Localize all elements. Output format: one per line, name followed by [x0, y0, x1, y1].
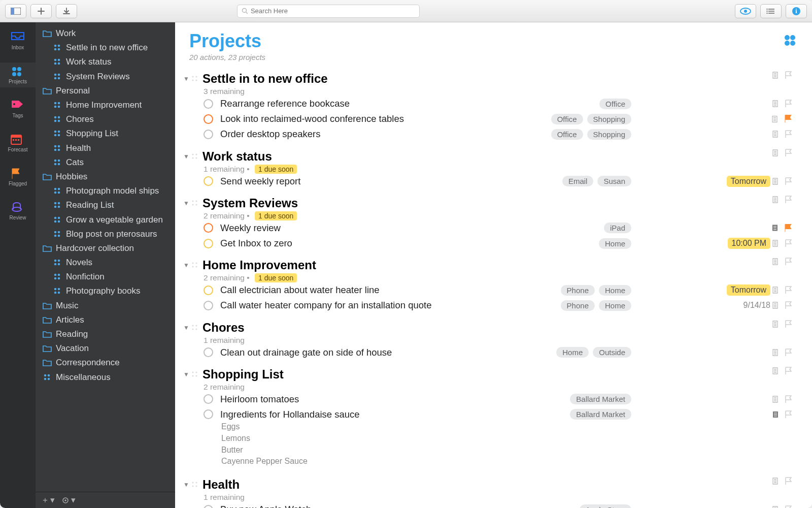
sidebar-item[interactable]: System Reviews: [36, 70, 175, 84]
drag-handle[interactable]: [191, 371, 198, 378]
status-circle[interactable]: [204, 505, 213, 508]
project-header[interactable]: ▼Work status: [183, 142, 799, 164]
disclosure-triangle[interactable]: ▼: [183, 481, 189, 488]
tag-pill[interactable]: Office: [551, 129, 583, 140]
status-circle[interactable]: [204, 394, 213, 404]
tag-pill[interactable]: Apple Store: [580, 504, 631, 508]
sidebar-gear-button[interactable]: ▾: [62, 495, 76, 505]
perspective-icon[interactable]: [783, 34, 797, 48]
task-row[interactable]: Call electrician about water heater line…: [204, 282, 799, 298]
sidebar-item[interactable]: Nonfiction: [36, 270, 175, 284]
project-header[interactable]: ▼Home Improvement: [183, 251, 799, 272]
disclosure-triangle[interactable]: ▼: [183, 153, 189, 160]
task-row[interactable]: Ingredients for Hollandaise sauceBallard…: [204, 407, 799, 422]
task-row[interactable]: Send weekly reportEmailSusanTomorrow: [204, 174, 799, 189]
sidebar-item[interactable]: Photography books: [36, 284, 175, 298]
sidebar-item[interactable]: Reading List: [36, 198, 175, 212]
sidebar-add-button[interactable]: + ▾: [43, 495, 55, 505]
task-row[interactable]: Call water heater company for an install…: [204, 298, 799, 313]
sidebar-item[interactable]: Settle in to new office: [36, 41, 175, 55]
sidebar-item[interactable]: Music: [36, 299, 175, 313]
status-circle[interactable]: [204, 239, 213, 248]
drag-handle[interactable]: [191, 75, 198, 82]
tag-pill[interactable]: Phone: [561, 285, 595, 296]
tag-pill[interactable]: Office: [599, 99, 631, 109]
status-circle[interactable]: [204, 223, 213, 233]
sidebar-item[interactable]: Miscellaneous: [36, 370, 175, 385]
disclosure-triangle[interactable]: ▼: [183, 262, 189, 269]
disclosure-triangle[interactable]: ▼: [183, 324, 189, 331]
sidebar-item[interactable]: Work: [36, 26, 175, 41]
sidebar-item[interactable]: Novels: [36, 256, 175, 270]
status-circle[interactable]: [204, 130, 213, 139]
disclosure-triangle[interactable]: ▼: [183, 75, 189, 82]
tag-pill[interactable]: Home: [599, 285, 631, 296]
sidebar-item[interactable]: Hobbies: [36, 170, 175, 184]
status-circle[interactable]: [204, 114, 213, 124]
task-row[interactable]: Buy new Apple WatchApple Store: [204, 502, 799, 508]
tag-pill[interactable]: Shopping: [587, 129, 631, 140]
drag-handle[interactable]: [191, 481, 198, 488]
status-circle[interactable]: [204, 176, 213, 186]
sidebar-item[interactable]: Articles: [36, 313, 175, 327]
sidebar-item[interactable]: Cats: [36, 155, 175, 170]
status-circle[interactable]: [204, 347, 213, 357]
disclosure-triangle[interactable]: ▼: [183, 200, 189, 207]
tag-pill[interactable]: Susan: [597, 176, 631, 186]
tag-pill[interactable]: Ballard Market: [570, 394, 631, 404]
project-header[interactable]: ▼Chores: [183, 313, 799, 335]
sidebar-item[interactable]: Personal: [36, 84, 175, 98]
status-circle[interactable]: [204, 285, 213, 295]
sidebar-item[interactable]: Home Improvement: [36, 98, 175, 112]
rail-item-forecast[interactable]: Forecast: [0, 131, 36, 155]
tag-pill[interactable]: Home: [599, 238, 631, 249]
sidebar-item[interactable]: Health: [36, 141, 175, 155]
tag-pill[interactable]: Outside: [593, 347, 631, 358]
project-header[interactable]: ▼Health: [183, 470, 799, 492]
sidebar-item[interactable]: Vacation: [36, 341, 175, 356]
tag-pill[interactable]: Phone: [561, 300, 595, 311]
task-row[interactable]: Clean out drainage gate on side of house…: [204, 345, 799, 360]
status-circle[interactable]: [204, 409, 213, 419]
rail-item-projects[interactable]: Projects: [0, 62, 36, 87]
drag-handle[interactable]: [191, 324, 198, 331]
tag-pill[interactable]: Home: [599, 300, 631, 311]
sidebar-item[interactable]: Chores: [36, 112, 175, 126]
rail-item-inbox[interactable]: Inbox: [0, 28, 36, 53]
tag-pill[interactable]: Office: [551, 114, 583, 124]
drag-handle[interactable]: [191, 200, 198, 207]
view-button[interactable]: [735, 4, 756, 18]
sidebar-item[interactable]: Reading: [36, 327, 175, 341]
task-row[interactable]: Rearrange reference bookcaseOffice: [204, 96, 799, 111]
status-circle[interactable]: [204, 301, 213, 310]
status-circle[interactable]: [204, 99, 213, 109]
task-row[interactable]: Look into reclaimed-wood conference tabl…: [204, 111, 799, 126]
download-button[interactable]: [56, 4, 77, 18]
sidebar-item[interactable]: Photograph model ships: [36, 184, 175, 198]
add-button[interactable]: [30, 4, 52, 18]
tag-pill[interactable]: Ballard Market: [570, 409, 631, 420]
sidebar-item[interactable]: Grow a vegetable garden: [36, 212, 175, 227]
rail-item-review[interactable]: Review: [0, 199, 36, 224]
drag-handle[interactable]: [191, 153, 198, 160]
list-button[interactable]: [760, 4, 782, 18]
sidebar-item[interactable]: Correspondence: [36, 356, 175, 370]
task-row[interactable]: Heirloom tomatoesBallard Market: [204, 392, 799, 407]
toggle-sidebar-button[interactable]: [5, 4, 26, 18]
task-row[interactable]: Order desktop speakersOfficeShopping: [204, 126, 799, 142]
task-row[interactable]: Get Inbox to zeroHome10:00 PM: [204, 236, 799, 251]
task-row[interactable]: Weekly reviewiPad: [204, 220, 799, 236]
sidebar-item[interactable]: Hardcover collection: [36, 241, 175, 256]
tag-pill[interactable]: iPad: [604, 223, 631, 233]
project-header[interactable]: ▼System Reviews: [183, 189, 799, 210]
rail-item-flagged[interactable]: Flagged: [0, 165, 36, 189]
tag-pill[interactable]: Home: [556, 347, 589, 358]
sidebar-item[interactable]: Blog post on pterosaurs: [36, 227, 175, 241]
search-input[interactable]: [251, 7, 415, 15]
sidebar-item[interactable]: Shopping List: [36, 126, 175, 141]
sidebar-item[interactable]: Work status: [36, 55, 175, 69]
rail-item-tags[interactable]: Tags: [0, 97, 36, 121]
project-header[interactable]: ▼Shopping List: [183, 360, 799, 382]
info-button[interactable]: i: [786, 4, 807, 18]
disclosure-triangle[interactable]: ▼: [183, 371, 189, 378]
